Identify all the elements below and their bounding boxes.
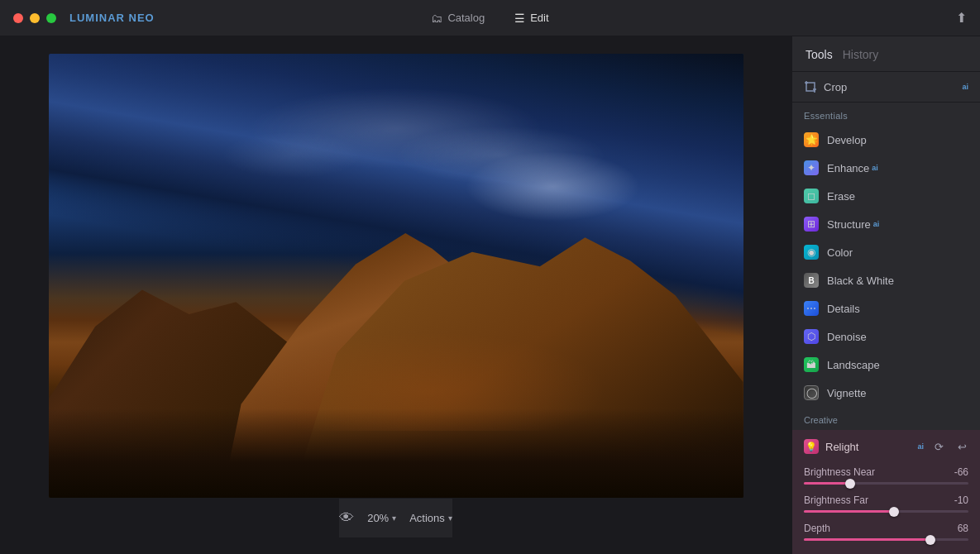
traffic-lights	[13, 13, 56, 23]
sliders-section: Brightness Near -66 Brightness Far -10	[792, 463, 980, 554]
details-icon: ⋯	[804, 301, 819, 316]
relight-reset-button[interactable]: ⟳	[930, 438, 947, 455]
tool-item-develop[interactable]: 🌟 Develop	[792, 126, 980, 154]
crop-ai-badge: ai	[962, 83, 968, 91]
color-icon: ◉	[804, 245, 819, 260]
relight-undo-button[interactable]: ↩	[954, 438, 970, 455]
tool-item-enhance[interactable]: ✦ Enhance ai	[792, 154, 980, 182]
actions-chevron: ▾	[448, 513, 452, 523]
actions-button[interactable]: Actions ▾	[409, 512, 452, 524]
enhance-icon: ✦	[804, 160, 819, 175]
tool-item-landscape[interactable]: 🏔 Landscape	[792, 351, 980, 379]
bw-label: Black & White	[827, 275, 894, 287]
structure-icon: ⊞	[804, 217, 819, 232]
develop-icon: 🌟	[804, 132, 819, 147]
tool-item-erase[interactable]: ◻ Erase	[792, 182, 980, 210]
color-label: Color	[827, 246, 853, 259]
depth-fill	[804, 538, 930, 541]
essentials-header: Essentials	[792, 103, 980, 126]
zoom-selector[interactable]: 20% ▾	[367, 512, 396, 524]
tool-item-details[interactable]: ⋯ Details	[792, 294, 980, 322]
tab-tools[interactable]: Tools	[806, 46, 833, 63]
zoom-chevron: ▾	[392, 513, 396, 523]
brightness-far-label: Brightness Far	[804, 494, 868, 506]
brightness-far-track[interactable]	[804, 510, 968, 513]
depth-label-row: Depth 68	[804, 523, 968, 534]
bottom-toolbar: 👁 20% ▾ Actions ▾	[339, 498, 452, 537]
tool-item-bw[interactable]: B Black & White	[792, 266, 980, 294]
brightness-near-thumb[interactable]	[845, 479, 855, 489]
share-button[interactable]: ⬆	[956, 10, 967, 26]
crop-icon	[804, 80, 817, 93]
edit-label: Edit	[530, 12, 548, 24]
depth-label: Depth	[804, 523, 830, 534]
relight-title: Relight	[825, 441, 915, 453]
creative-header: Creative	[792, 407, 980, 430]
bw-icon: B	[804, 273, 819, 288]
right-panel: Tools History Crop ai Esse	[791, 36, 980, 554]
brightness-far-thumb[interactable]	[889, 507, 899, 517]
photo-canvas[interactable]	[49, 54, 743, 498]
slider-brightness-near: Brightness Near -66	[804, 466, 968, 485]
tool-item-denoise[interactable]: ⬡ Denoise	[792, 322, 980, 351]
preview-button[interactable]: 👁	[339, 509, 354, 527]
zoom-level: 20%	[367, 512, 389, 524]
develop-label: Develop	[827, 134, 867, 146]
structure-ai: ai	[873, 220, 880, 228]
details-label: Details	[827, 303, 860, 315]
actions-label: Actions	[409, 512, 445, 524]
depth-track[interactable]	[804, 538, 968, 541]
brightness-near-label-row: Brightness Near -66	[804, 466, 968, 478]
titlebar-right: ⬆	[956, 10, 967, 26]
denoise-icon: ⬡	[804, 329, 819, 344]
brightness-near-value: -66	[954, 466, 968, 478]
catalog-icon: 🗂	[431, 12, 442, 25]
app-logo: LUMINAR NEO	[69, 12, 155, 24]
catalog-nav-button[interactable]: 🗂 Catalog	[424, 8, 491, 28]
depth-value: 68	[958, 523, 968, 534]
minimize-button[interactable]	[30, 13, 40, 23]
relight-ai-badge: ai	[917, 442, 924, 451]
slider-depth: Depth 68	[804, 523, 968, 541]
brightness-near-label: Brightness Near	[804, 466, 875, 478]
main-content: 👁 20% ▾ Actions ▾ Tools History	[0, 36, 980, 554]
erase-label: Erase	[827, 190, 855, 203]
denoise-label: Denoise	[827, 331, 867, 343]
enhance-ai: ai	[872, 164, 878, 172]
brightness-near-fill	[804, 482, 850, 485]
vignette-icon: ◯	[804, 385, 819, 400]
erase-icon: ◻	[804, 189, 819, 203]
tab-history[interactable]: History	[843, 46, 879, 63]
maximize-button[interactable]	[46, 13, 56, 23]
crop-row[interactable]: Crop ai	[792, 72, 980, 103]
tool-item-vignette[interactable]: ◯ Vignette	[792, 379, 980, 407]
relight-actions: ⟳ ↩	[930, 438, 970, 455]
landscape-icon: 🏔	[804, 357, 819, 372]
warm-light	[188, 298, 674, 431]
brightness-near-track[interactable]	[804, 482, 968, 485]
canvas-area: 👁 20% ▾ Actions ▾	[0, 36, 791, 554]
catalog-label: Catalog	[447, 12, 485, 24]
depth-thumb[interactable]	[925, 535, 935, 545]
relight-header[interactable]: 💡 Relight ai ⟳ ↩	[792, 430, 980, 463]
photo	[49, 54, 743, 498]
panel-header: Tools History	[792, 36, 980, 72]
edit-nav-button[interactable]: ☰ Edit	[508, 8, 555, 28]
relight-icon: 💡	[804, 439, 819, 454]
brightness-far-value: -10	[954, 494, 968, 506]
panel-scroll: Crop ai Essentials 🌟 Develop ✦ Enhance a…	[792, 72, 980, 554]
enhance-label: Enhance	[827, 162, 869, 174]
relight-panel: 💡 Relight ai ⟳ ↩ Brightness Near -66	[792, 430, 980, 554]
crop-label: Crop	[824, 81, 959, 93]
titlebar: LUMINAR NEO 🗂 Catalog ☰ Edit ⬆	[0, 0, 980, 36]
bright-cloud	[431, 142, 674, 231]
tool-item-color[interactable]: ◉ Color	[792, 238, 980, 266]
slider-brightness-far: Brightness Far -10	[804, 494, 968, 513]
edit-icon: ☰	[514, 12, 525, 25]
brightness-far-fill	[804, 510, 894, 513]
close-button[interactable]	[13, 13, 23, 23]
landscape-label: Landscape	[827, 359, 880, 371]
structure-label: Structure	[827, 218, 871, 231]
tool-item-structure[interactable]: ⊞ Structure ai	[792, 210, 980, 238]
brightness-far-label-row: Brightness Far -10	[804, 494, 968, 506]
